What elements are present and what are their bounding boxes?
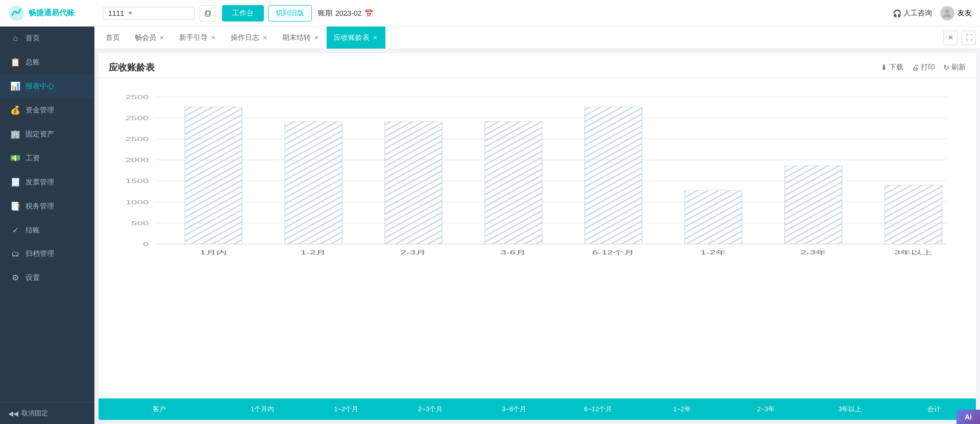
tab-yearend[interactable]: 期末结转✕	[275, 27, 327, 49]
tabs-actions: ✕ ⛶	[943, 31, 976, 45]
sidebar-label-checkout: 结账	[26, 226, 40, 235]
copy-button[interactable]	[200, 5, 216, 21]
tab-log[interactable]: 操作日志✕	[224, 27, 275, 49]
tab-close-guide[interactable]: ✕	[211, 34, 216, 41]
ai-badge[interactable]: Ai	[957, 410, 980, 424]
table-header: 客户1个月内1~2个月2~3个月3~6个月6~12个月1~2年2~3年3年以上合…	[99, 398, 976, 420]
tab-close-log[interactable]: ✕	[262, 34, 267, 41]
sidebar-item-home[interactable]: ⌂首页	[0, 27, 94, 50]
tab-label-member: 畅会员	[135, 33, 156, 42]
svg-point-3	[945, 9, 949, 13]
home-icon: ⌂	[10, 34, 20, 43]
sidebar-item-checkout[interactable]: ✓结账	[0, 218, 94, 242]
headset-icon: 🎧	[893, 9, 901, 17]
tab-label-home: 首页	[106, 33, 120, 42]
calendar-icon[interactable]: 📅	[364, 9, 373, 17]
table-col-1: 1个月内	[220, 405, 304, 414]
refresh-label: 刷新	[951, 63, 966, 72]
svg-text:1月内: 1月内	[200, 249, 227, 256]
tab-label-log: 操作日志	[231, 33, 259, 42]
tab-close-yearend[interactable]: ✕	[314, 34, 319, 41]
download-icon: ⬇	[881, 63, 887, 72]
svg-rect-21	[185, 107, 242, 244]
sidebar-item-archive[interactable]: 🗂归档管理	[0, 242, 94, 266]
tab-guide[interactable]: 新手引导✕	[172, 27, 224, 49]
tab-close-member[interactable]: ✕	[159, 34, 164, 41]
sidebar-label-ledger: 总账	[26, 58, 40, 67]
sidebar-label-settings: 设置	[26, 273, 40, 282]
tab-home[interactable]: 首页	[99, 27, 128, 49]
svg-rect-29	[585, 107, 642, 244]
svg-text:2500: 2500	[126, 93, 149, 100]
consult-button[interactable]: 🎧 人工咨询	[893, 9, 932, 18]
table-col-6: 1~2年	[640, 405, 724, 414]
tab-label-aging: 应收账龄表	[334, 33, 370, 42]
sidebar-label-invoice: 发票管理	[26, 178, 54, 187]
invoice-icon: 🧾	[10, 177, 20, 187]
svg-rect-23	[285, 122, 342, 244]
tab-label-yearend: 期末结转	[282, 33, 311, 42]
checkout-icon: ✓	[10, 225, 20, 235]
sidebar-item-funds[interactable]: 💰资金管理	[0, 98, 94, 122]
refresh-button[interactable]: ↻ 刷新	[943, 63, 966, 72]
header: 畅捷通易代账 1111 ▼ 工作台 切到旧版 账期 2023-02 📅 🎧 人工…	[0, 0, 980, 27]
payroll-icon: 💵	[10, 153, 20, 163]
sidebar-item-invoice[interactable]: 🧾发票管理	[0, 170, 94, 194]
period-value: 2023-02	[335, 9, 361, 17]
close-all-button[interactable]: ✕	[943, 31, 958, 45]
svg-text:3年以上: 3年以上	[894, 249, 933, 256]
bar-chart: 2500 2500 2500 2000 1500 1000 500 0	[109, 86, 966, 265]
sidebar-label-tax: 税务管理	[26, 202, 54, 211]
unpin-label: 取消固定	[21, 409, 48, 418]
download-label: 下载	[889, 63, 903, 72]
svg-text:3-6月: 3-6月	[501, 249, 527, 256]
svg-text:2500: 2500	[126, 136, 149, 143]
sidebar-item-tax[interactable]: 📑税务管理	[0, 194, 94, 218]
sidebar: ⌂首页📋总账📊报表中心💰资金管理🏢固定资产💵工资🧾发票管理📑税务管理✓结账🗂归档…	[0, 27, 94, 424]
tab-member[interactable]: 畅会员✕	[128, 27, 172, 49]
app-name: 畅捷通易代账	[29, 8, 75, 18]
sidebar-label-home: 首页	[26, 34, 40, 43]
assets-icon: 🏢	[10, 129, 20, 139]
chart-container: 2500 2500 2500 2000 1500 1000 500 0	[109, 86, 966, 265]
svg-text:1000: 1000	[126, 199, 149, 205]
content-area: 首页畅会员✕新手引导✕操作日志✕期末结转✕应收账龄表✕ ✕ ⛶ 应收账龄表 ⬇ …	[94, 27, 980, 424]
tab-close-aging[interactable]: ✕	[373, 34, 378, 41]
funds-icon: 💰	[10, 105, 20, 115]
svg-text:2-3月: 2-3月	[401, 249, 427, 256]
maximize-button[interactable]: ⛶	[962, 31, 976, 45]
header-right: 🎧 人工咨询 友友	[893, 6, 972, 20]
svg-text:2500: 2500	[126, 115, 149, 122]
copy-icon	[204, 9, 212, 17]
sidebar-item-payroll[interactable]: 💵工资	[0, 146, 94, 170]
avatar	[940, 6, 954, 20]
workbench-button[interactable]: 工作台	[222, 5, 264, 21]
svg-point-0	[9, 6, 24, 21]
svg-rect-35	[885, 185, 942, 244]
user-icon	[941, 7, 953, 19]
sidebar-item-settings[interactable]: ⚙设置	[0, 266, 94, 290]
sidebar-footer[interactable]: ◀◀ 取消固定	[0, 402, 94, 424]
user-area[interactable]: 友友	[940, 6, 972, 20]
print-button[interactable]: 🖨 打印	[912, 63, 935, 72]
svg-text:1500: 1500	[126, 178, 149, 184]
sidebar-item-reports[interactable]: 📊报表中心	[0, 74, 94, 98]
switch-button[interactable]: 切到旧版	[268, 5, 312, 21]
sidebar-label-archive: 归档管理	[26, 249, 54, 258]
chevron-down-icon: ▼	[127, 10, 133, 17]
svg-rect-25	[385, 122, 442, 244]
svg-rect-31	[685, 191, 742, 244]
sidebar-item-assets[interactable]: 🏢固定资产	[0, 122, 94, 146]
table-col-0: 客户	[99, 405, 220, 414]
svg-rect-27	[485, 122, 542, 244]
company-selector[interactable]: 1111 ▼	[103, 7, 194, 20]
svg-rect-33	[785, 166, 842, 244]
sidebar-label-funds: 资金管理	[26, 106, 54, 115]
tabs-bar: 首页畅会员✕新手引导✕操作日志✕期末结转✕应收账龄表✕ ✕ ⛶	[94, 27, 980, 49]
tab-aging[interactable]: 应收账龄表✕	[327, 27, 385, 49]
sidebar-nav: ⌂首页📋总账📊报表中心💰资金管理🏢固定资产💵工资🧾发票管理📑税务管理✓结账🗂归档…	[0, 27, 94, 402]
svg-text:1-2月: 1-2月	[301, 249, 327, 256]
svg-text:6-12个月: 6-12个月	[592, 249, 634, 256]
download-button[interactable]: ⬇ 下载	[881, 63, 903, 72]
sidebar-item-ledger[interactable]: 📋总账	[0, 50, 94, 74]
